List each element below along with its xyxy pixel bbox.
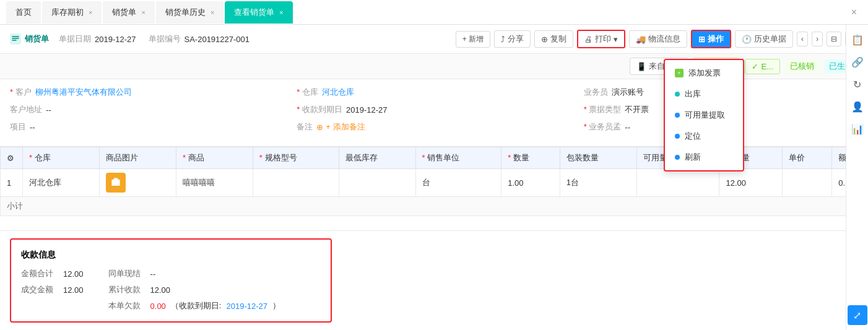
note-label: 备注 (297, 121, 313, 132)
receipt-cumulative-label: 累计收款 (108, 284, 145, 295)
logistics-icon: 🚚 (636, 35, 646, 44)
project-field: 项目 -- (10, 121, 284, 132)
refresh-label: 刷新 (685, 152, 701, 163)
sales-staff-value: -- (625, 123, 630, 132)
customer-value[interactable]: 柳州粤港平安气体有限公司 (35, 87, 132, 98)
sidebar-icon-4[interactable]: 👤 (848, 97, 867, 116)
receipt-same-settle-row: 同单现结 -- (108, 268, 280, 279)
history-icon: 🕐 (742, 35, 752, 44)
check1-label: E... (761, 62, 773, 71)
locate-label: 定位 (685, 131, 701, 142)
dropdown-qty-extract[interactable]: 可用量提取 (665, 105, 743, 126)
sidebar-icon-3[interactable]: ↻ (848, 74, 867, 94)
receipt-total-value: 12.00 (63, 269, 84, 279)
qty-extract-label: 可用量提取 (685, 110, 725, 121)
row-model (253, 169, 339, 197)
new-button[interactable]: + 新增 (456, 31, 490, 48)
sidebar-icon-2[interactable]: 🔗 (848, 52, 867, 72)
receipt-owed-row: 本单欠款 0.00 （收款到期日: 2019-12-27 ） (108, 300, 280, 311)
sidebar-expand-button[interactable]: ⤢ (848, 305, 867, 325)
tab-sales-order[interactable]: 销货单 × (103, 1, 154, 24)
sidebar-icon-5[interactable]: 📊 (848, 119, 867, 139)
receipt-total-label: 金额合计 (21, 268, 58, 279)
address-field: 客户地址 -- (10, 104, 284, 115)
receipt-col-left: 金额合计 12.00 成交金额 12.00 (21, 268, 84, 311)
operate-button[interactable]: ⊞ 操作 (691, 30, 731, 48)
receipt-cumulative-row: 累计收款 12.00 (108, 284, 280, 295)
tab-close-icon[interactable]: × (210, 9, 214, 16)
tab-close-icon[interactable]: × (89, 9, 92, 16)
doc-type: 销货单 (10, 33, 49, 45)
locate-icon (675, 134, 680, 139)
tab-close-icon[interactable]: × (279, 9, 283, 16)
receipt-info-panel: 收款信息 金额合计 12.00 成交金额 12.00 同单现结 -- (10, 238, 332, 323)
doc-number-field: 单据编号 SA-20191227-001 (149, 33, 250, 45)
col-product-img: 商品图片 (99, 147, 176, 169)
settings-icon[interactable]: ⚙ (7, 154, 14, 163)
svg-rect-0 (10, 33, 21, 45)
window-close-button[interactable]: × (846, 4, 862, 20)
logistics-label: 物流信息 (648, 33, 680, 45)
refresh-icon (675, 155, 680, 160)
row-no: 1 (1, 169, 23, 197)
product-image-icon (110, 176, 122, 189)
note-field: 备注 ⊕ + 添加备注 (297, 121, 571, 132)
customer-field: 客户 柳州粤港平安气体有限公司 (10, 87, 284, 98)
dropdown-refresh[interactable]: 刷新 (665, 147, 743, 168)
note-add-label: + 添加备注 (326, 121, 365, 132)
share-button[interactable]: ⤴ 分享 (494, 30, 531, 48)
copy-label: 复制 (550, 33, 566, 45)
receipt-title: 收款信息 (21, 250, 321, 261)
tab-home[interactable]: 首页 (6, 1, 41, 24)
prev-button[interactable]: ‹ (797, 32, 808, 46)
col-min-stock: 最低库存 (339, 147, 415, 169)
history-label: 历史单据 (754, 33, 786, 45)
tab-label: 库存期初 (51, 7, 84, 18)
tab-view-sales[interactable]: 查看销货单 × (225, 1, 292, 24)
operate-icon: ⊞ (698, 35, 705, 44)
copy-button[interactable]: ⊕ 复制 (534, 30, 573, 48)
row-warehouse: 河北仓库 (23, 169, 100, 197)
sidebar-icon-1[interactable]: 📋 (848, 30, 867, 50)
doc-date-value: 2019-12-27 (95, 35, 136, 44)
dropdown-outbound[interactable]: 出库 (665, 84, 743, 105)
add-invoice-icon: + (675, 69, 684, 77)
col-product: * 商品 (176, 147, 253, 169)
check1-button[interactable]: ✓ E... (745, 59, 780, 74)
next-button[interactable]: › (812, 32, 823, 46)
receipt-rows: 金额合计 12.00 成交金额 12.00 同单现结 -- 累计收款 (21, 268, 321, 311)
row-sales-unit: 台 (415, 169, 501, 197)
mobile-icon: 📱 (636, 62, 646, 71)
dropdown-locate[interactable]: 定位 (665, 126, 743, 147)
note-add-button[interactable]: ⊕ + 添加备注 (316, 121, 365, 132)
tab-sales-history[interactable]: 销货单历史 × (156, 1, 224, 24)
tab-close-icon[interactable]: × (141, 9, 145, 16)
receipt-owed-note-close: ） (272, 300, 280, 311)
invoice-value: 不开票 (625, 104, 649, 115)
print-label: 打印 (595, 33, 611, 45)
row-product-img (99, 169, 176, 197)
col-pack-qty: 包装数量 (560, 147, 636, 169)
subtotal-row: 小计 (1, 197, 868, 216)
receipt-same-settle-label: 同单现结 (108, 268, 145, 279)
tab-inventory-init[interactable]: 库存期初 × (42, 1, 102, 24)
dropdown-add-invoice[interactable]: + 添加发票 (665, 63, 743, 84)
table-row: 1 河北仓库 嘻嘻嘻嘻 台 1.00 1台 12.00 (1, 169, 868, 197)
check1-icon: ✓ (752, 62, 758, 71)
doc-number-label: 单据编号 (149, 33, 181, 45)
logistics-button[interactable]: 🚚 物流信息 (629, 30, 687, 48)
outbound-icon (675, 92, 680, 97)
row-product: 嘻嘻嘻嘻 (176, 169, 253, 197)
voided-status: 已核销 (785, 59, 819, 73)
tab-label: 首页 (15, 7, 32, 18)
history-button[interactable]: 🕐 历史单据 (735, 30, 793, 48)
grid-view-button[interactable]: ⊟ (827, 32, 841, 46)
project-label: 项目 (10, 121, 26, 132)
tab-label: 查看销货单 (234, 7, 274, 18)
receipt-total-row: 金额合计 12.00 (21, 268, 84, 279)
receipt-cumulative-value: 12.00 (150, 285, 171, 295)
warehouse-value[interactable]: 河北仓库 (322, 87, 354, 98)
print-button[interactable]: 🖨 打印 ▾ (577, 30, 625, 48)
sales-staff-label: 业务员孟 (584, 121, 622, 132)
doc-header: 销货单 单据日期 2019-12-27 单据编号 SA-20191227-001… (0, 25, 868, 54)
